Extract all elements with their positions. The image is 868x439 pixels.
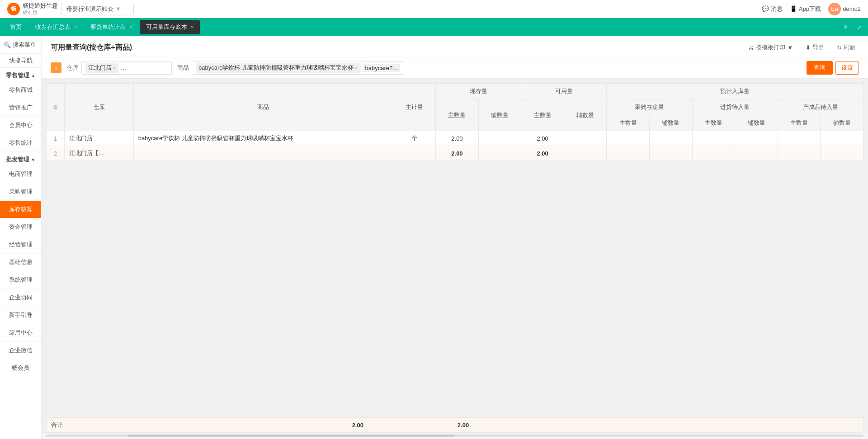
row-2-avail-aux: [564, 146, 607, 161]
tab-order-stats[interactable]: 要货单统计表 ×: [84, 20, 138, 34]
chevron-down-icon: ▼: [115, 5, 121, 12]
row-2-avail-main: 2.00: [521, 146, 564, 161]
close-tab-3[interactable]: ×: [191, 24, 193, 30]
row-1-goods-main: [692, 131, 735, 146]
search-menu[interactable]: 🔍 搜索菜单: [0, 36, 41, 54]
export-btn[interactable]: ⬇ 导出: [802, 42, 828, 53]
print-icon: 🖨: [748, 44, 754, 51]
sidebar-item-new-guide[interactable]: 新手引导: [0, 307, 41, 324]
col-warehouse-header: 仓库: [65, 84, 134, 131]
refresh-icon: ↻: [837, 44, 842, 51]
sidebar-item-ecom-mgmt[interactable]: 电商管理: [0, 165, 41, 183]
product-input[interactable]: babycare学饮杯 儿童防摔防撞吸管杯重力球吸嘴杯宝宝水杯 × babyca…: [192, 61, 404, 75]
footer-current-main: 2.00: [331, 422, 384, 429]
row-2-prod-main: [778, 146, 821, 161]
row-1-prod-main: [778, 131, 821, 146]
quick-nav[interactable]: 快捷导航: [0, 54, 41, 68]
query-btn[interactable]: 查询: [807, 61, 833, 75]
row-1-current-aux: [478, 131, 521, 146]
close-tab-1[interactable]: ×: [74, 24, 77, 30]
col-settings-header: ⚙: [47, 84, 65, 131]
header-right: 💬 消息 📱 App下载 Ea demo2: [762, 3, 861, 15]
tab-home[interactable]: 首页: [4, 20, 28, 34]
tab-stock-summary[interactable]: 收发存汇总表 ×: [29, 20, 83, 34]
app-download-btn[interactable]: 📱 App下载: [790, 5, 821, 13]
avatar: Ea: [828, 3, 841, 15]
table-settings-icon[interactable]: ⚙: [53, 104, 58, 111]
sidebar-item-retail-mall[interactable]: 零售商城: [0, 81, 41, 99]
row-2-warehouse: 江北门店【...: [65, 146, 134, 161]
col-production-arriving-header: 产成品待入量: [778, 99, 863, 115]
row-1-purchase-aux: [650, 131, 693, 146]
expand-tabs[interactable]: ⤢: [854, 22, 864, 33]
row-2-current-main: 2.00: [436, 146, 479, 161]
sidebar-item-business-mgmt[interactable]: 经营管理: [0, 236, 41, 254]
row-1-purchase-main: [607, 131, 650, 146]
sidebar-item-inventory-check[interactable]: 库存核算: [0, 201, 41, 218]
page-title: 可用量查询(按仓库+商品): [51, 43, 132, 52]
message-btn[interactable]: 💬 消息: [762, 5, 783, 13]
row-2-goods-main: [692, 146, 735, 161]
sidebar-item-purchase-mgmt[interactable]: 采购管理: [0, 183, 41, 201]
row-1-num: 1: [47, 131, 65, 146]
sidebar-item-enterprise-collab[interactable]: 企业协同: [0, 289, 41, 307]
settings-btn[interactable]: 设置: [835, 61, 859, 75]
table-row: 2 江北门店【... 2.00 2.00: [47, 146, 863, 161]
table-row: 1 江北门店 babycare学饮杯 儿童防摔防撞吸管杯重力球吸嘴杯宝宝水杯 个…: [47, 131, 863, 146]
sidebar-item-basic-info[interactable]: 基础信息: [0, 254, 41, 271]
sidebar-item-member[interactable]: 畅会员: [0, 359, 41, 377]
header-left: 畅 畅捷通好生意 标准版 母婴行业演示账套 ▼: [7, 2, 134, 15]
col-purchase-aux-header: 辅数量: [650, 115, 693, 131]
remove-warehouse-tag[interactable]: ×: [113, 65, 116, 71]
col-current-stock-header: 现存量: [436, 84, 521, 99]
nav-tabs: 首页 收发存汇总表 × 要货单统计表 × 可用量库存账本 × × ⤢: [0, 18, 868, 36]
row-2-current-aux: [478, 146, 521, 161]
sidebar-item-retail-stats[interactable]: 零售统计: [0, 134, 41, 152]
close-tab-2[interactable]: ×: [129, 24, 132, 30]
horizontal-scrollbar[interactable]: [42, 433, 868, 439]
col-purchase-main-header: 主数量: [607, 115, 650, 131]
sidebar-item-system-mgmt[interactable]: 系统管理: [0, 271, 41, 289]
sidebar-item-finance-mgmt[interactable]: 资金管理: [0, 218, 41, 236]
row-2-purchase-aux: [650, 146, 693, 161]
sidebar-item-member-center[interactable]: 会员中心: [0, 117, 41, 134]
table-footer: 合计 2.00 2.00: [46, 417, 863, 433]
filter-bar: » 仓库 江北门店 × ... 商品 babycare学饮杯 儿童防摔防撞吸管杯…: [42, 57, 868, 79]
col-avail-aux-header: 辅数量: [564, 99, 607, 131]
row-1-warehouse: 江北门店: [65, 131, 134, 146]
sidebar-item-retail-mgmt[interactable]: 零售管理 ▲: [0, 68, 41, 81]
arrow-icon: ▲: [31, 73, 36, 78]
footer-avail-main: 2.00: [437, 422, 490, 429]
sidebar-item-wholesale-mgmt[interactable]: 批发管理 ▼: [0, 152, 41, 165]
col-avail-main-header: 主数量: [521, 99, 564, 131]
tab-available-inventory[interactable]: 可用量库存账本 ×: [140, 20, 200, 34]
print-btn[interactable]: 🖨 按模板打印 ▼: [745, 42, 797, 53]
col-planned-in-header: 预计入库量: [607, 84, 863, 99]
sidebar-item-app-center[interactable]: 应用中心: [0, 324, 41, 342]
industry-selector[interactable]: 母婴行业演示账套 ▼: [61, 3, 134, 15]
remove-product-tag1[interactable]: ×: [355, 65, 358, 71]
row-1-avail-main: 2.00: [521, 131, 564, 146]
warehouse-more[interactable]: ...: [120, 64, 126, 72]
user-menu[interactable]: Ea demo2: [828, 3, 861, 15]
mobile-icon: 📱: [790, 5, 797, 12]
col-purchase-transit-header: 采购在途量: [607, 99, 692, 115]
sidebar-item-enterprise-wechat[interactable]: 企业微信: [0, 342, 41, 359]
product-tag2: babycare?...: [363, 64, 401, 72]
refresh-btn[interactable]: ↻ 刷新: [833, 42, 859, 53]
content-area: 可用量查询(按仓库+商品) 🖨 按模板打印 ▼ ⬇ 导出 ↻ 刷新: [42, 36, 868, 439]
chevron-down-icon: ▼: [787, 44, 793, 51]
col-goods-arriving-header: 进货待入量: [692, 99, 778, 115]
row-1-current-main: 2.00: [436, 131, 479, 146]
close-all-tabs[interactable]: ×: [841, 21, 850, 33]
sidebar-item-marketing[interactable]: 营销推广: [0, 99, 41, 117]
row-2-num: 2: [47, 146, 65, 161]
row-1-product: babycare学饮杯 儿童防摔防撞吸管杯重力球吸嘴杯宝宝水杯: [133, 131, 393, 146]
warehouse-filter: 仓库 江北门店 × ...: [67, 61, 172, 75]
filter-expand-btn[interactable]: »: [51, 62, 61, 73]
product-filter: 商品 babycare学饮杯 儿童防摔防撞吸管杯重力球吸嘴杯宝宝水杯 × bab…: [177, 61, 404, 75]
row-1-goods-aux: [735, 131, 778, 146]
col-current-main-header: 主数量: [436, 99, 479, 131]
warehouse-input[interactable]: 江北门店 × ...: [81, 61, 172, 75]
scroll-thumb[interactable]: [128, 434, 455, 437]
